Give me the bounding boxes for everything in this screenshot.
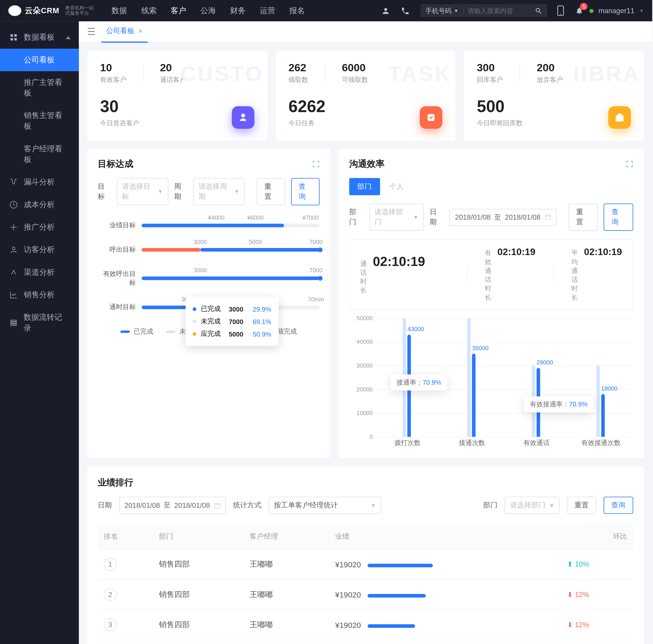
sidebar-item[interactable]: 访客分析 [0, 238, 79, 261]
table-row: 1 销售四部 王嘟嘟 ¥19020 ⬆ 10% [98, 549, 633, 579]
comm-stat: 通话时长02:10:19 [360, 254, 425, 295]
chart-tooltip: 已完成300029.9%未完成700069.1%应完成500050.9% [186, 297, 279, 346]
svg-rect-5 [14, 38, 17, 41]
logo[interactable]: 云朵CRM 教育机构一站 式服务平台 [8, 5, 94, 16]
sidebar-item[interactable]: 漏斗分析 [0, 171, 79, 193]
nav-item[interactable]: 线索 [141, 5, 157, 16]
panel-comm: 沟通效率 ⛶ 部门 个人 部门 请选择部门▼ 日期 [339, 149, 644, 458]
sidebar-group-dashboard[interactable]: 数据看板 [0, 26, 79, 49]
phone-icon[interactable] [401, 6, 410, 15]
sidebar-sub-item[interactable]: 销售主管看板 [0, 105, 79, 138]
svg-rect-8 [214, 503, 220, 508]
panel-title: 沟通效率 [349, 158, 385, 170]
stat-card: TASK 262领取数 6000可领取数 6262 今日任务 [275, 51, 456, 141]
svg-rect-2 [10, 34, 13, 37]
stat-cards: CUSTO 10有效客户 20通话客户 30 今日首咨客户 TASK 262领取… [87, 51, 644, 141]
chart-tip: 接通率：70.9% [391, 374, 447, 391]
svg-rect-7 [545, 215, 550, 220]
nav-item[interactable]: 客户 [171, 5, 186, 16]
target-row: 呼出目标300050007000 [98, 245, 319, 254]
tab-bar: ☰ 公司看板 ✕ [79, 21, 652, 43]
nav-item[interactable]: 运营 [260, 5, 275, 16]
chart-tip: 有效接通率：70.9% [524, 396, 594, 413]
nav-item[interactable]: 数据 [112, 5, 127, 16]
menu-icon [9, 223, 18, 231]
search-input[interactable] [464, 6, 535, 16]
period-select[interactable]: 请选择周期▼ [193, 178, 245, 205]
target-row: 有效呼出目标30007000 [98, 269, 319, 287]
table-row: 3 销售四部 王嘟嘟 ¥19020 ⬇ 12% [98, 610, 633, 640]
user-menu[interactable]: manager11 ▼ [589, 6, 644, 15]
logo-text: 云朵CRM [25, 5, 59, 16]
panel-title: 业绩排行 [98, 477, 633, 488]
menu-icon [9, 291, 18, 299]
mobile-icon[interactable] [557, 5, 564, 16]
nav-item[interactable]: 报名 [289, 5, 305, 16]
svg-rect-3 [14, 34, 17, 37]
nav-item[interactable]: 财务 [230, 5, 246, 16]
stat-icon [420, 106, 442, 129]
table-row: 4 销售四部 王嘟嘟 ¥19020 ⬇ 12% [98, 640, 633, 644]
svg-rect-4 [10, 38, 13, 41]
dept-select[interactable]: 请选择部门▼ [369, 204, 424, 231]
hamburger-icon[interactable]: ☰ [87, 26, 95, 38]
search-type-select[interactable]: 手机号码 ▼ [425, 6, 464, 15]
query-button[interactable]: 查询 [291, 178, 319, 205]
reset-button[interactable]: 重置 [257, 178, 285, 205]
expand-icon[interactable]: ⛶ [626, 160, 633, 168]
bar: 29000 有效通话 [519, 318, 554, 437]
nav-item[interactable]: 公海 [200, 5, 216, 16]
comm-stat: 有效通话时长02:10:19 [485, 247, 535, 302]
bar: 18000 有效接通次数 [583, 318, 619, 437]
tab-person[interactable]: 个人 [381, 178, 412, 196]
tab-dept[interactable]: 部门 [349, 178, 380, 196]
comm-stats: 通话时长02:10:19有效通话时长02:10:19平均通话时长02:10:19 [349, 239, 633, 310]
svg-point-1 [560, 14, 561, 15]
comm-stat: 平均通话时长02:10:19 [571, 247, 622, 302]
status-dot-icon [589, 8, 594, 13]
goal-select[interactable]: 请选择目标▼ [117, 178, 168, 205]
dept-select[interactable]: 请选择部门▼ [505, 497, 560, 514]
sidebar-item[interactable]: 渠道分析 [0, 261, 79, 284]
sidebar-item[interactable]: 销售分析 [0, 284, 79, 306]
panel-title: 目标达成 [98, 158, 133, 170]
reset-button[interactable]: 重置 [569, 204, 598, 231]
stat-icon [608, 106, 631, 129]
top-nav: 云朵CRM 教育机构一站 式服务平台 数据线索客户公海财务运营报名 手机号码 ▼… [0, 0, 652, 21]
stat-icon [232, 106, 254, 129]
nav-items: 数据线索客户公海财务运营报名 [112, 5, 305, 16]
menu-icon [9, 246, 18, 254]
date-range-input[interactable]: 2018/01/08 至 2018/01/08 [119, 497, 226, 514]
content: ☰ 公司看板 ✕ CUSTO 10有效客户 20通话客户 30 今日首咨客户 T… [79, 21, 652, 644]
menu-icon [9, 268, 18, 277]
expand-icon[interactable]: ⛶ [312, 160, 319, 168]
sidebar-sub-item[interactable]: 推广主管看板 [0, 71, 79, 105]
tab-company-board[interactable]: 公司看板 ✕ [101, 21, 148, 43]
notifications[interactable]: 5 [575, 6, 584, 16]
menu-icon [9, 178, 18, 186]
sidebar-item[interactable]: 推广分析 [0, 216, 79, 238]
sidebar-sub-item[interactable]: 客户经理看板 [0, 138, 79, 171]
calendar-icon [544, 213, 551, 221]
sidebar-item[interactable]: 成本分析 [0, 193, 79, 216]
sidebar-item[interactable]: 数据流转记录 [0, 306, 79, 339]
target-row: 业绩目标¥4000¥6000¥7000 [98, 221, 319, 230]
panel-goal: 目标达成 ⛶ 目标 请选择目标▼ 周期 请选择周期▼ 重置 查询 业绩目 [87, 149, 330, 458]
table-row: 2 销售四部 王嘟嘟 ¥19020 ⬇ 12% [98, 579, 633, 610]
query-button[interactable]: 查询 [604, 497, 633, 514]
legend-item: 已完成 [121, 327, 153, 336]
reset-button[interactable]: 重置 [567, 497, 597, 514]
notification-badge: 5 [580, 3, 588, 10]
dashboard-icon [9, 33, 18, 42]
close-icon[interactable]: ✕ [138, 28, 143, 34]
stat-method-select[interactable]: 按工单客户经理统计▼ [268, 497, 381, 514]
menu-icon [9, 319, 18, 327]
search-icon[interactable] [535, 7, 543, 15]
search-box: 手机号码 ▼ [420, 4, 547, 17]
sidebar-sub-item[interactable]: 公司看板 [0, 49, 79, 71]
date-range-input[interactable]: 2018/01/08 至 2018/01/08 [450, 209, 556, 226]
stat-card: IIBRA 300回库客户 200放弃客户 500 今日即将回库数 [464, 51, 644, 141]
bar: 35000 接通次数 [454, 318, 490, 437]
user-silhouette-icon[interactable] [382, 6, 390, 15]
query-button[interactable]: 查询 [604, 204, 633, 231]
